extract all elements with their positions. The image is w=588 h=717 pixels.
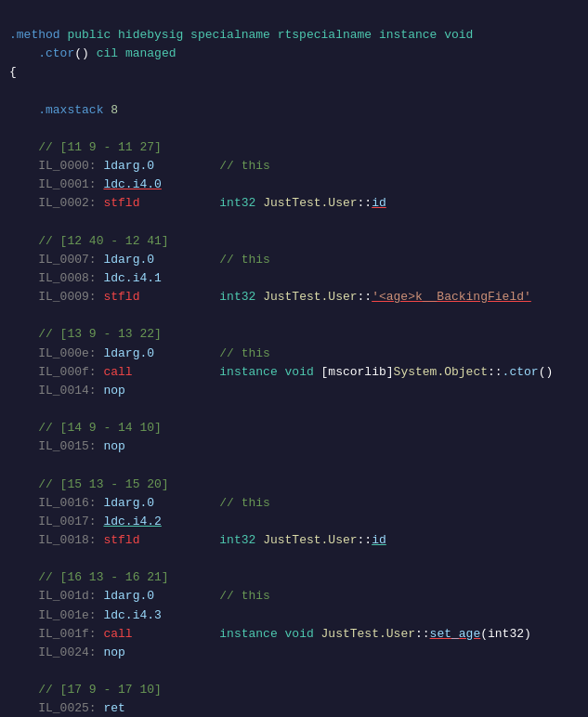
code-line: IL_0008: ldc.i4.1 <box>9 269 579 288</box>
code-line <box>9 214 579 232</box>
code-line <box>9 662 579 681</box>
code-line: IL_0007: ldarg.0 // this <box>9 251 579 269</box>
code-line: // [17 9 - 17 10] <box>9 681 579 699</box>
code-line: IL_0015: nop <box>9 437 579 456</box>
code-line: IL_000f: call instance void [mscorlib]Sy… <box>9 363 579 382</box>
code-viewer: .method public hidebysig specialname rts… <box>0 0 588 717</box>
code-line: IL_0009: stfld int32 JustTest.User::'<ag… <box>9 288 579 306</box>
code-line: IL_000e: ldarg.0 // this <box>9 345 579 363</box>
code-line: IL_0018: stfld int32 JustTest.User::id <box>9 531 579 550</box>
code-line: .maxstack 8 <box>9 101 579 120</box>
code-line: .ctor() cil managed <box>9 45 579 63</box>
code-line: // [15 13 - 15 20] <box>9 476 579 494</box>
code-line <box>9 83 579 101</box>
code-line <box>9 400 579 419</box>
code-line: IL_0025: ret <box>9 699 579 717</box>
code-line <box>9 120 579 138</box>
code-line: // [11 9 - 11 27] <box>9 138 579 157</box>
code-line: IL_0024: nop <box>9 644 579 662</box>
code-line: // [13 9 - 13 22] <box>9 325 579 344</box>
code-line: IL_0016: ldarg.0 // this <box>9 494 579 513</box>
code-line: IL_0002: stfld int32 JustTest.User::id <box>9 194 579 213</box>
code-line: // [14 9 - 14 10] <box>9 419 579 437</box>
code-line <box>9 456 579 475</box>
code-line: IL_0014: nop <box>9 382 579 400</box>
code-line: IL_001f: call instance void JustTest.Use… <box>9 625 579 644</box>
code-line <box>9 306 579 325</box>
code-line: { <box>9 63 579 82</box>
code-line: // [12 40 - 12 41] <box>9 232 579 251</box>
code-line: IL_0017: ldc.i4.2 <box>9 513 579 531</box>
code-line: IL_0000: ldarg.0 // this <box>9 157 579 176</box>
code-line: IL_001d: ldarg.0 // this <box>9 587 579 606</box>
code-line: IL_0001: ldc.i4.0 <box>9 176 579 194</box>
code-line: IL_001e: ldc.i4.3 <box>9 606 579 625</box>
code-line: .method public hidebysig specialname rts… <box>9 26 579 45</box>
code-line <box>9 550 579 568</box>
code-line: // [16 13 - 16 21] <box>9 568 579 587</box>
